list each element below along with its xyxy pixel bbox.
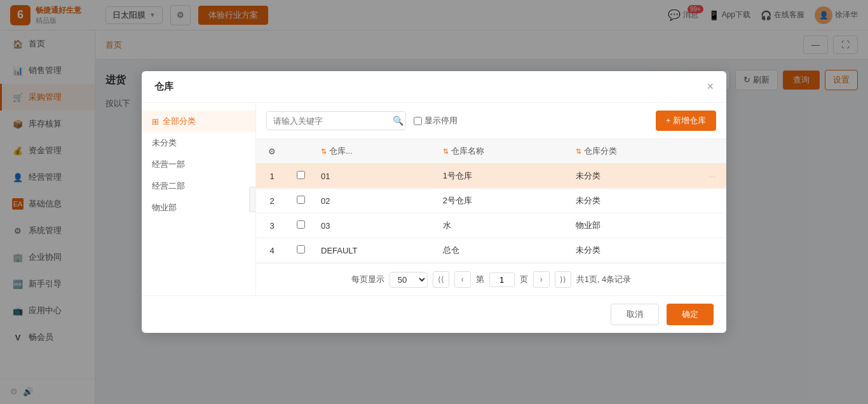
row-code-2: 02 (313, 189, 435, 213)
row-name-1: 1号仓库 (435, 164, 568, 189)
row-code-4: DEFAULT (313, 238, 435, 263)
last-page-button[interactable]: ⟩⟩ (555, 271, 571, 288)
row-gear-3: 3 (256, 213, 288, 238)
sort-icon3: ⇅ (576, 147, 581, 155)
sort-icon2: ⇅ (443, 147, 449, 155)
row-checkbox-1[interactable] (297, 171, 305, 179)
row-category-3: 物业部 (568, 213, 701, 238)
per-page-select[interactable]: 50 100 200 (390, 272, 428, 288)
row-gear-1: 1 (256, 164, 288, 189)
row-name-3: 水 (435, 213, 568, 238)
row-check-1[interactable] (288, 164, 313, 189)
code-column-header: ⇅仓库... (313, 139, 435, 164)
tree-panel: ⊞ 全部分类 未分类 经营一部 经营二部 物业部 《 (142, 103, 256, 295)
row-check-3[interactable] (288, 213, 313, 238)
modal-overlay: 仓库 × ⊞ 全部分类 未分类 经营一部 经营二部 (0, 0, 868, 404)
tree-item-all[interactable]: ⊞ 全部分类 (142, 111, 255, 132)
table-row[interactable]: 2 02 2号仓库 未分类 (256, 189, 726, 213)
tree-item-dept2[interactable]: 经营二部 (142, 175, 255, 197)
filter-bar: 🔍 显示停用 + 新增仓库 (256, 103, 726, 139)
search-input[interactable] (267, 112, 386, 130)
grid-icon: ⊞ (152, 117, 159, 126)
row-actions-3 (701, 213, 726, 238)
category-column-header: ⇅仓库分类 (568, 139, 701, 164)
close-button[interactable]: × (707, 80, 714, 93)
row-checkbox-4[interactable] (297, 245, 305, 253)
search-icon-button[interactable]: 🔍 (386, 112, 406, 130)
add-warehouse-button[interactable]: + 新增仓库 (656, 111, 716, 131)
pagination: 每页显示 50 100 200 ⟨⟨ ‹ 第 页 › ⟩⟩ 共1页, 4条记录 (256, 263, 726, 295)
tree-item-dept1[interactable]: 经营一部 (142, 154, 255, 175)
tree-item-property[interactable]: 物业部 (142, 197, 255, 219)
row-actions-2 (701, 189, 726, 213)
row-check-4[interactable] (288, 238, 313, 263)
row-gear-2: 2 (256, 189, 288, 213)
page-number-input[interactable] (489, 273, 515, 287)
cancel-button[interactable]: 取消 (611, 304, 659, 325)
row-code-1: 01 (313, 164, 435, 189)
show-disabled-checkbox-label[interactable]: 显示停用 (414, 115, 458, 126)
row-actions-1: ··· (701, 164, 726, 189)
confirm-button[interactable]: 确定 (667, 304, 714, 325)
collapse-panel-button[interactable]: 《 (249, 187, 256, 212)
row-gear-4: 4 (256, 238, 288, 263)
modal-header: 仓库 × (142, 71, 726, 103)
prev-page-button[interactable]: ‹ (454, 271, 471, 288)
tree-item-uncategorized[interactable]: 未分类 (142, 132, 255, 154)
row-name-4: 总仓 (435, 238, 568, 263)
name-column-header: ⇅仓库名称 (435, 139, 568, 164)
row-name-2: 2号仓库 (435, 189, 568, 213)
sort-icon: ⇅ (321, 147, 327, 155)
warehouse-modal: 仓库 × ⊞ 全部分类 未分类 经营一部 经营二部 (142, 71, 726, 333)
row-code-3: 03 (313, 213, 435, 238)
next-page-button[interactable]: › (533, 271, 550, 288)
table-row[interactable]: 1 01 1号仓库 未分类 ··· (256, 164, 726, 189)
row-actions-4 (701, 238, 726, 263)
warehouse-table: ⚙ ⇅仓库... ⇅仓库名称 ⇅仓库分类 (256, 139, 726, 263)
first-page-button[interactable]: ⟨⟨ (433, 271, 449, 288)
row-category-2: 未分类 (568, 189, 701, 213)
row-checkbox-3[interactable] (297, 220, 305, 229)
right-panel: 🔍 显示停用 + 新增仓库 ⚙ (256, 103, 726, 295)
show-disabled-checkbox[interactable] (414, 117, 422, 125)
modal-title: 仓库 (154, 81, 173, 93)
row-check-2[interactable] (288, 189, 313, 213)
table-row[interactable]: 3 03 水 物业部 (256, 213, 726, 238)
row-category-1: 未分类 (568, 164, 701, 189)
row-category-4: 未分类 (568, 238, 701, 263)
row-checkbox-2[interactable] (297, 196, 305, 204)
check-column-header (288, 139, 313, 164)
row-dots-icon-1[interactable]: ··· (709, 172, 715, 181)
table-row[interactable]: 4 DEFAULT 总仓 未分类 (256, 238, 726, 263)
actions-column-header (701, 139, 726, 164)
gear-column-header: ⚙ (256, 139, 288, 164)
modal-footer: 取消 确定 (142, 295, 726, 333)
table-header-row: ⚙ ⇅仓库... ⇅仓库名称 ⇅仓库分类 (256, 139, 726, 164)
modal-body: ⊞ 全部分类 未分类 经营一部 经营二部 物业部 《 (142, 103, 726, 295)
search-input-wrap: 🔍 (266, 111, 406, 130)
